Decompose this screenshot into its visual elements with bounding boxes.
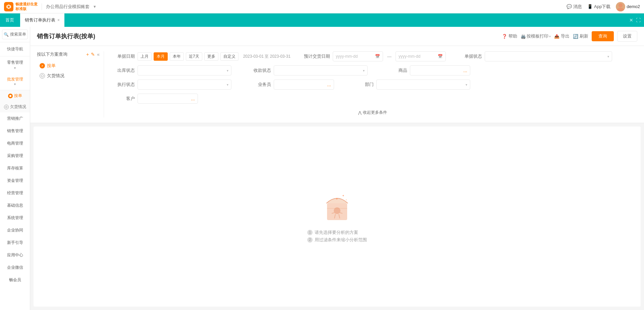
- top-bar-right: 💬 消息 📱 App下载 demo2: [567, 2, 640, 11]
- window-maximize-btn[interactable]: ⛶: [636, 17, 641, 23]
- filter-panel-title: 按以下方案查询: [37, 51, 67, 57]
- sidebar-submenu-order[interactable]: 按单: [0, 90, 30, 101]
- svg-point-3: [9, 95, 11, 97]
- expected-date-from[interactable]: yyyy-mm-dd 📅: [333, 51, 383, 61]
- step-1-num: 1: [307, 230, 313, 235]
- date-btn-more[interactable]: 更多: [204, 52, 218, 61]
- out-status-select[interactable]: ▾: [138, 65, 231, 75]
- chevron-down-icon: ▾: [363, 69, 365, 72]
- sidebar-item-purchase[interactable]: 采购管理: [0, 150, 30, 162]
- chevron-down-icon: ▾: [466, 83, 467, 87]
- app-download-action[interactable]: 📱 App下载: [587, 4, 610, 10]
- goods-input[interactable]: ...: [410, 65, 470, 75]
- sidebar-quick-nav[interactable]: 快捷导航: [0, 44, 30, 54]
- settings-btn[interactable]: 设置: [617, 31, 637, 42]
- sidebar-item-corpwechat[interactable]: 企业微信: [0, 261, 30, 274]
- sidebar-item-basic[interactable]: 基础信息: [0, 199, 30, 212]
- salesperson-input[interactable]: ...: [274, 80, 334, 90]
- tab-bar: 首页 销售订单执行表 × ✕ ⛶: [0, 13, 644, 27]
- message-icon: 💬: [567, 4, 572, 9]
- salesperson-ellipsis-icon[interactable]: ...: [327, 82, 331, 87]
- date-btn-7days[interactable]: 近7天: [186, 52, 202, 61]
- exec-status-select[interactable]: ▾: [138, 80, 231, 90]
- avatar: [616, 2, 625, 11]
- expected-date-to[interactable]: yyyy-mm-dd 📅: [395, 51, 446, 61]
- sidebar-item-retail[interactable]: 零售管理 ▾: [0, 56, 30, 73]
- chevron-down-icon: ▾: [227, 83, 228, 87]
- doc-status-select[interactable]: ▾: [485, 51, 612, 61]
- sidebar-search-area: 🔍 搜索菜单: [0, 27, 30, 42]
- filter-right: 单据日期 上月 本月 本年 近7天 更多 自定义 2023-03-01 至 20…: [108, 51, 637, 117]
- filter-row-status: 出库状态 ▾ 收款状态 ▾ 商品 ...: [108, 65, 637, 75]
- sidebar-item-ecommerce[interactable]: 电商管理: [0, 137, 30, 150]
- order-option-icon: [40, 63, 45, 68]
- customer-input[interactable]: ...: [138, 94, 198, 104]
- empty-illustration: ✦ ✦ ✦: [317, 190, 357, 223]
- svg-point-6: [41, 75, 44, 77]
- sidebar-item-system[interactable]: 系统管理: [0, 212, 30, 224]
- window-close-btn[interactable]: ✕: [629, 17, 633, 23]
- export-btn[interactable]: 📤 导出: [554, 33, 570, 39]
- empty-text-list: 1 请先选择要分析的方案 2 用过滤条件来缩小分析范围: [307, 229, 367, 244]
- empty-state: ✦ ✦ ✦ 1 请先选择要分析的方案: [34, 126, 641, 307]
- collapse-panel-icon[interactable]: «: [97, 52, 100, 57]
- expected-date-label: 预计交货日期: [303, 53, 330, 59]
- top-bar-dropdown-icon[interactable]: ▾: [94, 4, 96, 9]
- svg-text:✦: ✦: [345, 199, 347, 201]
- chevron-down-icon: ▾: [14, 66, 16, 70]
- sidebar-item-enterprise[interactable]: 企业协同: [0, 224, 30, 237]
- tab-active-label: 销售订单执行表: [25, 17, 55, 23]
- filter-row-exec: 执行状态 ▾ 业务员 ... 部门 ▾: [108, 80, 637, 90]
- tab-home[interactable]: 首页: [0, 13, 19, 27]
- sidebar-item-marketing[interactable]: 营销推广: [0, 112, 30, 125]
- tab-close-icon[interactable]: ×: [57, 18, 60, 22]
- calendar-to-icon: 📅: [438, 54, 443, 59]
- dept-select[interactable]: ▾: [376, 80, 470, 90]
- date-btn-custom[interactable]: 自定义: [220, 52, 238, 61]
- filter-area: 按以下方案查询 + ✎ « 按单: [30, 46, 644, 123]
- sidebar-submenu-owe[interactable]: 欠货情况: [0, 101, 30, 112]
- sidebar-item-business[interactable]: 经营管理: [0, 187, 30, 199]
- search-btn[interactable]: 查询: [592, 31, 614, 41]
- filter-panel-header: 按以下方案查询 + ✎ «: [37, 51, 100, 57]
- search-icon: 🔍: [4, 32, 9, 37]
- receive-status-label: 收款状态: [244, 67, 271, 73]
- sidebar-item-appcenter[interactable]: 应用中心: [0, 249, 30, 261]
- edit-filter-icon[interactable]: ✎: [91, 52, 95, 57]
- sidebar-nav: 快捷导航: [0, 42, 30, 56]
- sidebar: 🔍 搜索菜单 快捷导航 零售管理 ▾ 批发管理 ▴ 按单: [0, 27, 30, 310]
- add-filter-icon[interactable]: +: [86, 52, 89, 57]
- tab-active[interactable]: 销售订单执行表 ×: [20, 13, 64, 27]
- top-bar-left: 畅捷通好生意 标准版 办公用品行业模拟账套 ▾: [4, 2, 96, 11]
- chevron-down-icon: ▾: [607, 55, 609, 58]
- date-btn-last-month[interactable]: 上月: [138, 52, 152, 61]
- chevron-up-icon: ▴: [14, 83, 16, 87]
- svg-text:✦: ✦: [342, 194, 344, 197]
- date-btn-this-year[interactable]: 本年: [170, 52, 184, 61]
- goods-ellipsis-icon[interactable]: ...: [463, 68, 467, 73]
- refresh-btn[interactable]: 🔄 刷新: [573, 33, 588, 39]
- date-btn-this-month[interactable]: 本月: [154, 52, 168, 61]
- user-area[interactable]: demo2: [616, 2, 640, 11]
- sidebar-item-newuser[interactable]: 新手引导: [0, 237, 30, 249]
- collapse-more-btn[interactable]: ⋀ 收起更多条件: [108, 108, 637, 117]
- sidebar-search-btn[interactable]: 🔍 搜索菜单: [2, 30, 28, 39]
- sidebar-item-finance[interactable]: 资金管理: [0, 174, 30, 187]
- print-icon: 🖨️: [521, 34, 526, 39]
- doc-status-label: 单据状态: [455, 53, 482, 59]
- dept-label: 部门: [347, 82, 374, 88]
- date-separator: —: [387, 54, 391, 59]
- svg-text:✦: ✦: [335, 197, 338, 201]
- receive-status-select[interactable]: ▾: [274, 65, 368, 75]
- filter-option-owe[interactable]: 欠货情况: [37, 71, 100, 81]
- customer-ellipsis-icon[interactable]: ...: [191, 96, 195, 101]
- sidebar-item-member[interactable]: 畅会员: [0, 274, 30, 286]
- tab-spacer: [64, 13, 626, 27]
- sidebar-item-inventory[interactable]: 库存核算: [0, 162, 30, 174]
- sidebar-item-sales[interactable]: 销售管理: [0, 125, 30, 137]
- print-btn[interactable]: 🖨️ 按模板打印 ▾: [521, 33, 551, 39]
- message-action[interactable]: 💬 消息: [567, 4, 582, 10]
- filter-option-order[interactable]: 按单: [37, 61, 100, 71]
- sidebar-item-wholesale[interactable]: 批发管理 ▴: [0, 73, 30, 90]
- help-btn[interactable]: ❓ 帮助: [502, 33, 517, 39]
